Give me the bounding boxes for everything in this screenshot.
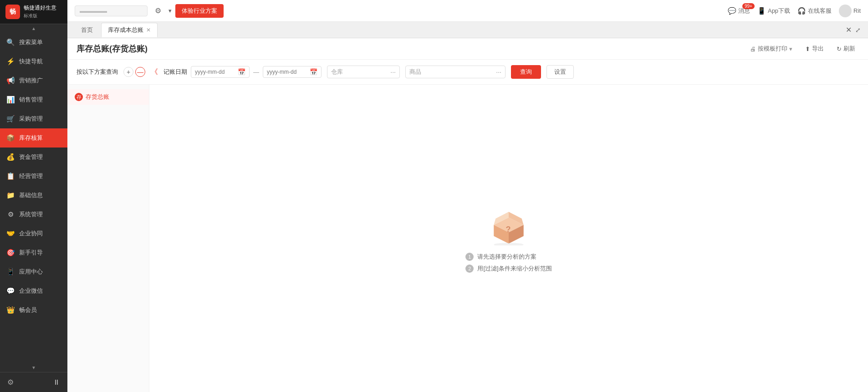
sidebar-item-purchase[interactable]: 🛒 采购管理 xyxy=(0,109,67,128)
sidebar-item-sales[interactable]: 📊 销售管理 xyxy=(0,90,67,109)
warehouse-more-icon[interactable]: ··· xyxy=(390,68,396,76)
settings-button[interactable]: 设置 xyxy=(546,65,574,79)
refresh-action[interactable]: ↻ 刷新 xyxy=(833,43,859,55)
warehouse-select[interactable]: 仓库 ··· xyxy=(327,66,400,78)
print-template-label: 按模板打印 xyxy=(758,45,787,53)
collapse-btn[interactable]: ⏸ xyxy=(51,377,62,388)
filter-delete-btn[interactable]: — xyxy=(135,67,145,77)
page-header: 库存总账(存货总账) 🖨 按模板打印 ▾ ⬆ 导出 ↻ 刷新 xyxy=(67,38,868,60)
print-template-action[interactable]: 🖨 按模板打印 ▾ xyxy=(746,43,796,55)
tab-resize-icon[interactable]: ⤢ xyxy=(855,26,861,34)
print-dropdown-icon[interactable]: ▾ xyxy=(789,46,792,52)
user-name: Rit xyxy=(853,7,861,14)
tab-inventory-ledger[interactable]: 库存成本总账 ✕ xyxy=(101,23,158,37)
tip-num-2: 2 xyxy=(465,265,474,273)
sidebar-item-label: 企业协同 xyxy=(19,229,43,238)
empty-illustration: ? 1 请先选择要分析的方案 2 用[过滤]条件来缩小分析范围 xyxy=(465,204,551,273)
main-area: ▬▬▬▬▬ ⚙ ▾ 体验行业方案 💬 消息 99+ 📱 App下载 🎧 在线客服 xyxy=(67,0,868,392)
product-more-icon[interactable]: ··· xyxy=(496,68,501,76)
header-settings-icon[interactable]: ⚙ xyxy=(151,5,165,17)
export-icon: ⬆ xyxy=(805,46,810,52)
filter-collapse-btn[interactable]: 《 xyxy=(151,67,158,77)
page-content: 库存总账(存货总账) 🖨 按模板打印 ▾ ⬆ 导出 ↻ 刷新 按以下方案查询 xyxy=(67,38,868,392)
filter-add-btn[interactable]: + xyxy=(123,67,133,77)
date-end-input[interactable]: 📅 xyxy=(263,66,322,78)
app-download-item[interactable]: 📱 App下载 xyxy=(757,7,790,15)
filter-label: 按以下方案查询 xyxy=(77,68,118,76)
sidebar-item-newbie[interactable]: 🎯 新手引导 xyxy=(0,243,67,262)
date-end-field[interactable] xyxy=(267,69,308,75)
left-panel: 存 存货总账 xyxy=(67,85,149,392)
sidebar-item-label: 应用中心 xyxy=(19,268,43,276)
page-header-right: 🖨 按模板打印 ▾ ⬆ 导出 ↻ 刷新 xyxy=(746,43,859,55)
calendar-end-icon[interactable]: 📅 xyxy=(310,68,317,76)
query-button[interactable]: 查询 xyxy=(511,65,541,79)
printer-icon: 🖨 xyxy=(750,46,756,52)
settings-bottom-btn[interactable]: ⚙ xyxy=(5,376,15,388)
inventory-ledger-label: 存货总账 xyxy=(86,93,109,101)
quicknav-icon: ⚡ xyxy=(6,57,15,66)
logo-icon: 畅 xyxy=(5,5,20,19)
newbie-icon: 🎯 xyxy=(6,249,15,257)
date-field-label: 记账日期 xyxy=(163,68,187,76)
sidebar-item-enterprise-wechat[interactable]: 💬 企业微信 xyxy=(0,281,67,300)
message-badge: 99+ xyxy=(742,3,755,9)
tab-close-panel-icon[interactable]: ✕ xyxy=(846,25,852,34)
calendar-start-icon[interactable]: 📅 xyxy=(238,68,245,76)
inventory-ledger-icon: 存 xyxy=(75,93,83,101)
sidebar-item-search[interactable]: 🔍 搜索菜单 xyxy=(0,33,67,52)
user-avatar-item[interactable]: Rit xyxy=(839,5,861,17)
system-icon: ⚙ xyxy=(6,210,15,219)
tip-item-1: 1 请先选择要分析的方案 xyxy=(465,253,551,261)
user-avatar xyxy=(839,5,852,17)
online-support-item[interactable]: 🎧 在线客服 xyxy=(797,7,832,15)
refresh-label: 刷新 xyxy=(843,45,855,53)
date-start-input[interactable]: 📅 xyxy=(191,66,250,78)
tab-home-label: 首页 xyxy=(81,26,93,34)
empty-tips: 1 请先选择要分析的方案 2 用[过滤]条件来缩小分析范围 xyxy=(465,253,551,273)
sidebar-scroll-down[interactable]: ▼ xyxy=(0,363,67,372)
marketing-icon: 📢 xyxy=(6,76,15,85)
inventory-icon: 📦 xyxy=(6,134,15,142)
export-action[interactable]: ⬆ 导出 xyxy=(802,43,827,55)
sales-icon: 📊 xyxy=(6,96,15,104)
sidebar-item-marketing[interactable]: 📢 营销推广 xyxy=(0,71,67,90)
date-start-field[interactable] xyxy=(195,69,236,75)
sidebar-item-basic-info[interactable]: 📁 基础信息 xyxy=(0,186,67,205)
sidebar-item-operations[interactable]: 📋 经营管理 xyxy=(0,167,67,186)
tab-close-icon[interactable]: ✕ xyxy=(146,27,151,33)
sidebar-item-label: 经营管理 xyxy=(19,172,43,180)
sidebar-item-label: 销售管理 xyxy=(19,96,43,104)
warehouse-label: 仓库 xyxy=(331,68,388,76)
online-support-label: 在线客服 xyxy=(808,7,832,15)
dropdown-arrow[interactable]: ▾ xyxy=(168,7,172,14)
sidebar-item-label: 采购管理 xyxy=(19,115,43,123)
sidebar-item-membership[interactable]: 👑 畅会员 xyxy=(0,300,67,320)
sidebar-scroll-up[interactable]: ▲ xyxy=(0,24,67,33)
filter-add-buttons: + — xyxy=(123,67,145,77)
sidebar-item-system[interactable]: ⚙ 系统管理 xyxy=(0,205,67,224)
industry-button[interactable]: 体验行业方案 xyxy=(175,4,224,18)
sidebar-item-inventory[interactable]: 📦 库存核算 xyxy=(0,128,67,148)
sidebar-item-appcenter[interactable]: 📱 应用中心 xyxy=(0,262,67,281)
tab-home[interactable]: 首页 xyxy=(75,23,99,37)
headset-icon: 🎧 xyxy=(797,7,806,15)
header-search-box[interactable]: ▬▬▬▬▬ xyxy=(75,5,148,16)
tip-num-1: 1 xyxy=(465,253,474,261)
sidebar-item-label: 畅会员 xyxy=(19,306,37,314)
message-item[interactable]: 💬 消息 99+ xyxy=(728,7,750,15)
search-icon: 🔍 xyxy=(6,38,15,46)
collaboration-icon: 🤝 xyxy=(6,229,15,238)
sidebar-item-label: 企业微信 xyxy=(19,287,43,295)
tab-bar: 首页 库存成本总账 ✕ ✕ ⤢ xyxy=(67,22,868,38)
sidebar-item-finance[interactable]: 💰 资金管理 xyxy=(0,148,67,167)
tip-text-2: 用[过滤]条件来缩小分析范围 xyxy=(477,265,551,273)
app-download-label: App下载 xyxy=(768,7,790,15)
product-select[interactable]: 商品 ··· xyxy=(405,66,505,78)
sidebar-item-quicknav[interactable]: ⚡ 快捷导航 xyxy=(0,52,67,71)
sidebar-item-collaboration[interactable]: 🤝 企业协同 xyxy=(0,224,67,243)
sidebar-item-label: 库存核算 xyxy=(19,134,43,142)
enterprise-wechat-icon: 💬 xyxy=(6,287,15,295)
phone-icon: 📱 xyxy=(757,7,766,15)
left-panel-item-inventory[interactable]: 存 存货总账 xyxy=(67,89,149,105)
